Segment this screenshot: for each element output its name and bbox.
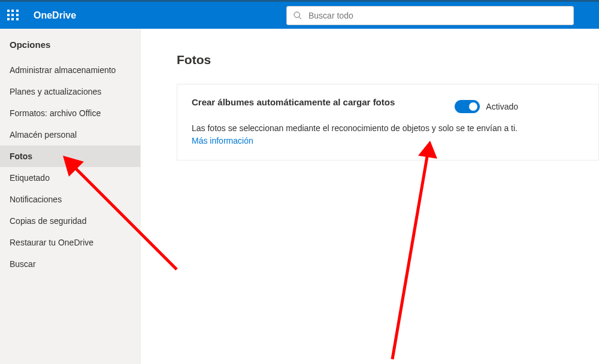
search-icon	[293, 11, 302, 20]
auto-albums-toggle[interactable]	[455, 100, 480, 113]
page-title: Fotos	[177, 53, 599, 67]
card-header-row: Crear álbumes automáticamente al cargar …	[192, 96, 584, 113]
sidebar-item-storage[interactable]: Administrar almacenamiento	[0, 59, 140, 81]
search-container	[286, 6, 574, 25]
sidebar-title: Opciones	[0, 40, 140, 59]
app-launcher-icon[interactable]	[7, 10, 19, 22]
sidebar-item-backup[interactable]: Copias de seguridad	[0, 210, 140, 232]
sidebar-item-formats[interactable]: Formatos: archivo Office	[0, 102, 140, 124]
more-info-link[interactable]: Más información	[192, 136, 584, 145]
sidebar-item-notifications[interactable]: Notificaciones	[0, 189, 140, 210]
app-header: OneDrive	[0, 0, 599, 29]
main-content: Fotos Crear álbumes automáticamente al c…	[141, 29, 599, 364]
settings-card: Crear álbumes automáticamente al cargar …	[177, 84, 599, 160]
brand-title: OneDrive	[34, 10, 76, 21]
sidebar-item-tagging[interactable]: Etiquetado	[0, 167, 140, 189]
sidebar-item-restore[interactable]: Restaurar tu OneDrive	[0, 232, 140, 253]
body: Opciones Administrar almacenamiento Plan…	[0, 29, 599, 364]
sidebar-item-photos[interactable]: Fotos	[0, 145, 140, 167]
search-input[interactable]	[308, 11, 567, 20]
svg-line-1	[299, 17, 301, 19]
toggle-label: Activado	[486, 102, 518, 111]
sidebar-item-search[interactable]: Buscar	[0, 253, 140, 275]
toggle-group: Activado	[455, 96, 518, 113]
card-description: Las fotos se seleccionan mediante el rec…	[192, 123, 584, 135]
svg-point-0	[294, 12, 300, 17]
sidebar-item-personal-vault[interactable]: Almacén personal	[0, 124, 140, 145]
sidebar: Opciones Administrar almacenamiento Plan…	[0, 29, 141, 364]
sidebar-item-plans[interactable]: Planes y actualizaciones	[0, 81, 140, 102]
toggle-knob	[469, 102, 477, 111]
search-box[interactable]	[286, 6, 574, 25]
card-title: Crear álbumes automáticamente al cargar …	[192, 96, 395, 108]
